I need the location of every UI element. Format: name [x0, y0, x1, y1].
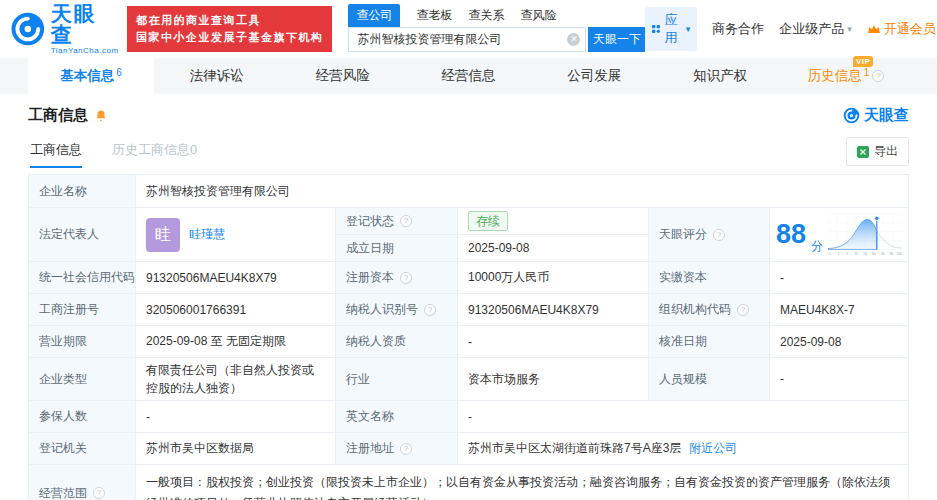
field-value-reg-authority: 苏州市吴中区数据局	[136, 433, 336, 465]
svg-text:0: 0	[829, 251, 831, 255]
apps-menu[interactable]: 应用 ▾	[645, 7, 697, 51]
field-label-taxpayer-id: 纳税人识别号 ?	[336, 294, 458, 326]
field-label-reg-authority: 登记机关	[29, 433, 136, 465]
svg-text:1: 1	[837, 251, 839, 255]
field-label-score: 天眼评分 ?	[649, 208, 770, 262]
svg-text:50: 50	[863, 251, 867, 255]
reg-address-label-text: 注册地址	[346, 440, 394, 457]
bell-icon	[94, 109, 108, 123]
enterprise-label: 企业级产品	[779, 20, 844, 38]
field-value-english-name: -	[458, 401, 909, 433]
search-tab-company[interactable]: 查公司	[348, 4, 400, 27]
svg-text:65: 65	[872, 251, 876, 255]
subscribe-bell-button[interactable]	[94, 109, 108, 123]
score-label-text: 天眼评分	[659, 226, 707, 243]
info-icon[interactable]: ?	[400, 443, 412, 455]
credit-code-label-text: 统一社会信用代码	[39, 269, 135, 286]
field-value-score: 88 分 0 1	[770, 208, 909, 262]
field-label-industry: 行业	[336, 358, 458, 401]
tab-company-development[interactable]: 公司发展	[531, 58, 657, 94]
score-unit: 分	[811, 238, 823, 255]
chevron-down-icon: ▾	[686, 24, 691, 34]
section-brand-logo: 天眼查	[843, 106, 909, 125]
field-label-english-name: 英文名称	[336, 401, 458, 433]
promo-banner: 都在用的商业查询工具 国家中小企业发展子基金旗下机构	[127, 6, 333, 52]
field-label-business-scope: 经营范围 ?	[29, 465, 136, 500]
info-icon[interactable]: ?	[737, 304, 749, 316]
vip-label: 开通会员	[884, 20, 936, 38]
field-value-reg-number: 320506001766391	[136, 294, 336, 326]
menu-enterprise[interactable]: 企业级产品 ▾	[779, 20, 852, 38]
field-label-reg-status: 登记状态 ?	[336, 208, 458, 235]
tianyancha-logo[interactable]: 天眼查 TianYanCha.com	[10, 3, 119, 55]
tab-basic-info[interactable]: 基本信息 6	[28, 58, 154, 94]
tab-legal[interactable]: 法律诉讼	[154, 58, 280, 94]
field-label-credit-code: 统一社会信用代码 ?	[29, 262, 136, 294]
field-label-insured-count: 参保人数	[29, 401, 136, 433]
field-value-establish-date: 2025-09-08	[458, 235, 649, 262]
tab-business-info[interactable]: 经营信息	[406, 58, 532, 94]
field-value-credit-code: 91320506MAEU4K8X79	[136, 262, 336, 294]
search-tab-relation[interactable]: 查关系	[468, 7, 504, 27]
svg-text:25: 25	[854, 251, 858, 255]
reg-status-label-text: 登记状态	[346, 213, 394, 230]
tab-intellectual-property[interactable]: 知识产权	[657, 58, 783, 94]
menu-cooperation[interactable]: 商务合作	[712, 20, 764, 38]
field-value-reg-capital: 10000万人民币	[458, 262, 649, 294]
brand-text: 天眼查	[864, 106, 909, 125]
tab-history-info[interactable]: 历史信息 1 VIP ?	[783, 58, 909, 94]
business-info-card: 工商信息 天眼查 工商信息 历史工商信息0 导出 企业	[0, 94, 937, 500]
info-icon[interactable]: ?	[93, 487, 105, 499]
business-scope-label-text: 经营范围	[39, 485, 87, 500]
info-icon[interactable]: ?	[400, 215, 412, 227]
info-icon[interactable]: ?	[872, 70, 884, 82]
tab-basic-info-count: 6	[116, 67, 122, 78]
field-value-taxpayer-id: 91320506MAEU4K8X79	[458, 294, 649, 326]
business-info-subtabs: 工商信息 历史工商信息0 导出	[0, 133, 937, 168]
subtab-current[interactable]: 工商信息	[28, 135, 84, 168]
search-area: 查公司 查老板 查关系 查风险 ✕ 天眼一下	[348, 6, 645, 52]
field-value-insured-count: -	[136, 401, 336, 433]
info-icon[interactable]: ?	[424, 304, 436, 316]
score-distribution-chart: 0 1 5 25 50 65 80 95 100	[828, 210, 902, 260]
field-value-paid-capital: -	[770, 262, 909, 294]
field-label-paid-capital: 实缴资本	[649, 262, 770, 294]
search-input[interactable]	[348, 27, 586, 52]
search-button[interactable]: 天眼一下	[588, 27, 645, 52]
apps-grid-icon	[652, 23, 660, 35]
field-value-industry: 资本市场服务	[458, 358, 649, 401]
field-value-reg-status: 存续	[458, 208, 649, 235]
field-value-taxpayer-quality: -	[458, 326, 649, 358]
field-label-establish-date: 成立日期	[336, 235, 458, 262]
field-label-reg-capital: 注册资本 ?	[336, 262, 458, 294]
field-value-staff-size: -	[770, 358, 909, 401]
chevron-down-icon: ▾	[847, 24, 852, 34]
field-value-business-term: 2025-09-08 至 无固定期限	[136, 326, 336, 358]
field-value-org-code: MAEU4K8X-7	[770, 294, 909, 326]
logo-subtitle: TianYanCha.com	[51, 47, 119, 55]
export-button[interactable]: 导出	[846, 137, 909, 166]
legal-rep-avatar[interactable]: 眭	[146, 218, 180, 252]
apps-label: 应用	[664, 11, 681, 47]
search-tab-risk[interactable]: 查风险	[520, 7, 556, 27]
svg-text:80: 80	[881, 251, 885, 255]
reg-capital-label-text: 注册资本	[346, 269, 394, 286]
search-tabs: 查公司 查老板 查关系 查风险	[348, 6, 645, 27]
legal-rep-link[interactable]: 眭瑾慧	[189, 226, 225, 243]
info-icon[interactable]: ?	[400, 272, 412, 284]
field-label-company-name: 企业名称	[29, 175, 136, 208]
open-vip-link[interactable]: 开通会员 ▾	[867, 20, 937, 38]
svg-text:95: 95	[890, 251, 894, 255]
info-icon[interactable]: ?	[713, 229, 725, 241]
field-label-approval-date: 核准日期	[649, 326, 770, 358]
top-header: 天眼查 TianYanCha.com 都在用的商业查询工具 国家中小企业发展子基…	[0, 0, 937, 58]
field-value-approval-date: 2025-09-08	[770, 326, 909, 358]
field-value-company-type: 有限责任公司（非自然人投资或控股的法人独资）	[136, 358, 336, 401]
subtab-history[interactable]: 历史工商信息0	[110, 135, 199, 168]
tab-operating-risk[interactable]: 经营风险	[280, 58, 406, 94]
search-tab-boss[interactable]: 查老板	[416, 7, 452, 27]
tianyancha-logo-icon	[10, 11, 46, 47]
field-label-business-term: 营业期限	[29, 326, 136, 358]
export-label: 导出	[874, 143, 898, 160]
nearby-companies-link[interactable]: 附近公司	[689, 440, 737, 457]
